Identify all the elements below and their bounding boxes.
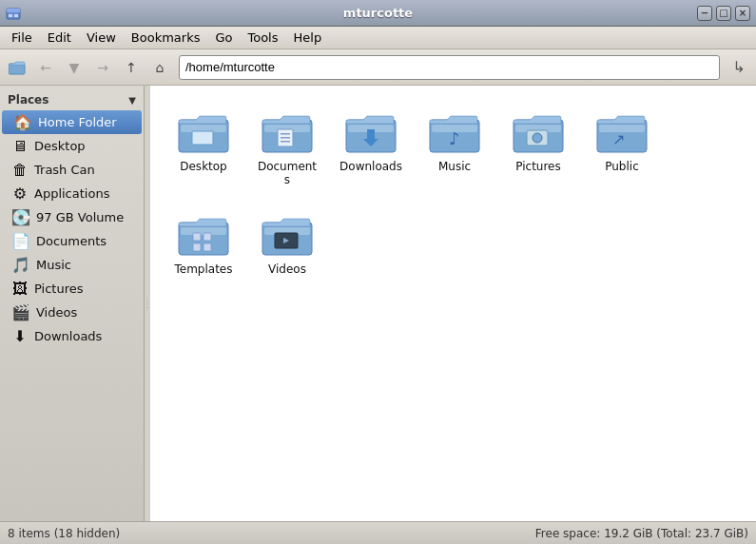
file-item-pictures[interactable]: Pictures bbox=[500, 101, 576, 196]
maximize-button[interactable]: □ bbox=[716, 6, 731, 21]
sidebar-item-applications[interactable]: ⚙Applications bbox=[0, 182, 144, 205]
svg-rect-3 bbox=[14, 14, 18, 17]
file-item-public[interactable]: ↗Public bbox=[584, 101, 660, 196]
status-free-space: Free space: 19.2 GiB (Total: 23.7 GiB) bbox=[535, 527, 748, 540]
menu-view[interactable]: View bbox=[79, 29, 124, 47]
svg-rect-30 bbox=[193, 243, 201, 251]
back-button[interactable]: ← bbox=[32, 54, 59, 81]
file-label-desktop: Desktop bbox=[180, 160, 227, 173]
sidebar-item-downloads[interactable]: ⬇Downloads bbox=[0, 324, 144, 348]
sidebar-icon-music: 🎵 bbox=[11, 256, 30, 274]
menu-tools[interactable]: Tools bbox=[240, 29, 285, 47]
svg-rect-1 bbox=[7, 9, 20, 12]
sidebar-icon-home: 🏠 bbox=[13, 113, 32, 131]
main-area: Places ▼ 🏠Home Folder🖥Desktop🗑Trash Can⚙… bbox=[0, 86, 756, 521]
sidebar-item-videos[interactable]: 🎬Videos bbox=[0, 301, 144, 324]
file-item-templates[interactable]: Templates bbox=[165, 204, 242, 285]
sidebar-item-documents[interactable]: 📄Documents bbox=[0, 229, 144, 253]
window-title: mturcotte bbox=[343, 6, 413, 20]
svg-rect-29 bbox=[204, 233, 211, 241]
titlebar-left bbox=[6, 6, 21, 21]
svg-rect-2 bbox=[9, 14, 12, 17]
sidebar-icon-documents: 📄 bbox=[11, 232, 30, 250]
svg-rect-31 bbox=[204, 243, 211, 251]
file-label-templates: Templates bbox=[174, 262, 232, 276]
home-button[interactable]: ⌂ bbox=[146, 54, 173, 81]
folder-icon-pictures bbox=[512, 110, 565, 156]
svg-text:♪: ♪ bbox=[449, 128, 460, 148]
sidebar-icon-97gb: 💽 bbox=[11, 208, 30, 226]
file-view: DesktopDocumentsDownloads♪MusicPictures↗… bbox=[150, 86, 756, 521]
menu-bookmarks[interactable]: Bookmarks bbox=[124, 29, 208, 47]
file-label-downloads: Downloads bbox=[339, 160, 402, 173]
folder-icon-documents bbox=[261, 110, 314, 156]
status-items-count: 8 items (18 hidden) bbox=[8, 527, 120, 540]
sidebar-icon-applications: ⚙ bbox=[11, 185, 29, 203]
sidebar-item-desktop[interactable]: 🖥Desktop bbox=[0, 134, 144, 158]
file-label-documents: Documents bbox=[255, 160, 320, 186]
file-item-downloads[interactable]: Downloads bbox=[333, 101, 409, 196]
sidebar-label-music: Music bbox=[36, 258, 71, 272]
menu-file[interactable]: File bbox=[4, 29, 40, 47]
folder-icon-public: ↗ bbox=[595, 110, 649, 156]
sidebar-label-downloads: Downloads bbox=[34, 329, 102, 343]
up-button[interactable]: ↑ bbox=[118, 54, 145, 81]
sidebar-item-trash[interactable]: 🗑Trash Can bbox=[0, 158, 144, 182]
sidebar-icon-desktop: 🖥 bbox=[11, 137, 29, 155]
sidebar-label-home: Home Folder bbox=[38, 115, 117, 129]
file-item-documents[interactable]: Documents bbox=[249, 101, 325, 196]
sidebar-label-applications: Applications bbox=[34, 186, 109, 201]
sidebar-icon-pictures: 🖼 bbox=[11, 280, 29, 298]
folder-icon-desktop bbox=[177, 110, 230, 156]
folder-icon-videos bbox=[261, 213, 314, 259]
svg-point-22 bbox=[533, 133, 542, 143]
file-label-public: Public bbox=[605, 160, 639, 173]
menu-help[interactable]: Help bbox=[286, 29, 330, 47]
svg-text:↗: ↗ bbox=[612, 130, 625, 148]
folder-icon-music: ♪ bbox=[428, 110, 481, 156]
sidebar-section-header: Places ▼ bbox=[0, 89, 144, 110]
sidebar-label-pictures: Pictures bbox=[34, 282, 83, 296]
svg-rect-13 bbox=[281, 141, 290, 143]
sidebar: Places ▼ 🏠Home Folder🖥Desktop🗑Trash Can⚙… bbox=[0, 86, 145, 521]
file-item-desktop[interactable]: Desktop bbox=[165, 101, 242, 196]
menu-go[interactable]: Go bbox=[207, 29, 240, 47]
statusbar: 8 items (18 hidden) Free space: 19.2 GiB… bbox=[0, 521, 756, 544]
menu-edit[interactable]: Edit bbox=[40, 29, 79, 47]
window-icon bbox=[6, 6, 21, 21]
sidebar-item-home[interactable]: 🏠Home Folder bbox=[2, 110, 142, 134]
menubar: FileEditViewBookmarksGoToolsHelp bbox=[0, 27, 756, 49]
sidebar-icon-trash: 🗑 bbox=[11, 161, 29, 179]
sidebar-item-music[interactable]: 🎵Music bbox=[0, 253, 144, 277]
sidebar-icon-videos: 🎬 bbox=[11, 303, 30, 321]
sidebar-section-label: Places bbox=[8, 93, 48, 107]
file-item-music[interactable]: ♪Music bbox=[417, 101, 493, 196]
folder-icon-templates bbox=[177, 213, 230, 259]
address-input[interactable] bbox=[179, 55, 720, 80]
history-dropdown-button[interactable]: ▼ bbox=[61, 54, 87, 81]
sidebar-label-videos: Videos bbox=[36, 305, 77, 320]
sidebar-item-97gb[interactable]: 💽97 GB Volume bbox=[0, 205, 144, 229]
svg-rect-28 bbox=[193, 233, 201, 241]
svg-rect-11 bbox=[281, 133, 290, 135]
toolbar: ← ▼ → ↑ ⌂ ↳ bbox=[0, 49, 756, 86]
open-button[interactable]: ↳ bbox=[726, 54, 752, 81]
forward-button[interactable]: → bbox=[89, 54, 116, 81]
sidebar-label-desktop: Desktop bbox=[34, 139, 86, 153]
close-button[interactable]: × bbox=[735, 6, 750, 21]
file-label-videos: Videos bbox=[268, 262, 306, 276]
minimize-button[interactable]: − bbox=[697, 6, 712, 21]
sidebar-item-pictures[interactable]: 🖼Pictures bbox=[0, 277, 144, 301]
svg-rect-7 bbox=[192, 131, 213, 145]
sidebar-label-97gb: 97 GB Volume bbox=[36, 210, 124, 224]
file-item-videos[interactable]: Videos bbox=[249, 204, 325, 285]
svg-rect-12 bbox=[281, 137, 290, 139]
sidebar-icon-downloads: ⬇ bbox=[11, 327, 29, 345]
folder-icon-button[interactable] bbox=[4, 54, 30, 81]
titlebar-buttons: − □ × bbox=[697, 6, 750, 21]
titlebar: mturcotte − □ × bbox=[0, 0, 756, 27]
file-label-music: Music bbox=[438, 160, 471, 173]
sidebar-label-documents: Documents bbox=[36, 234, 107, 248]
sidebar-label-trash: Trash Can bbox=[34, 163, 95, 177]
folder-icon-downloads bbox=[344, 110, 397, 156]
